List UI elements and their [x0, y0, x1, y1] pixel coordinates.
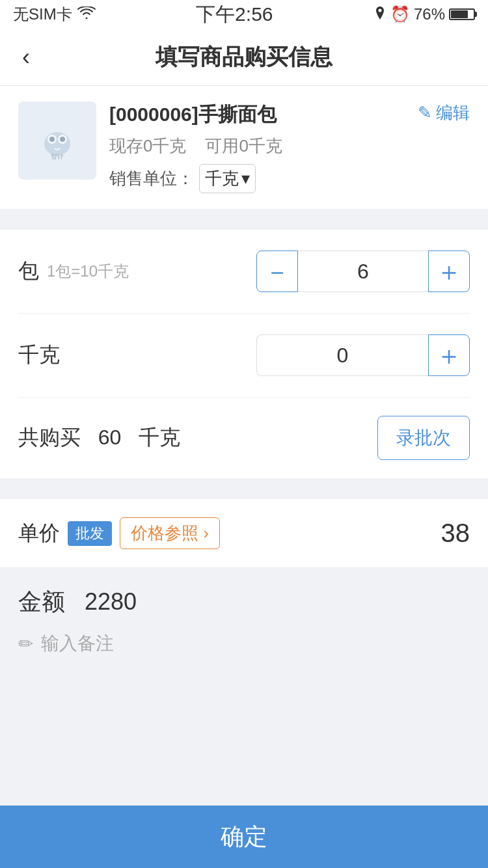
page-content: 智计 [0000006]手撕面包 现存0千克 可用0千克 销售单位： 千克 ▾ … [0, 86, 488, 761]
price-reference-button[interactable]: 价格参照 › [120, 517, 220, 549]
pencil-icon: ✏ [18, 633, 33, 655]
remark-row[interactable]: ✏ 输入备注 [18, 631, 470, 656]
svg-point-0 [44, 132, 70, 156]
nav-bar: ‹ 填写商品购买信息 [0, 29, 488, 86]
product-name: [0000006]手撕面包 [109, 102, 470, 128]
edit-button[interactable]: ✎ 编辑 [418, 102, 470, 124]
svg-point-4 [60, 137, 65, 142]
product-thumbnail: 智计 [18, 102, 96, 180]
back-button[interactable]: ‹ [16, 37, 36, 77]
section-separator-1 [0, 219, 488, 230]
kg-quantity-row: 千克 ＋ [18, 314, 470, 398]
product-card: 智计 [0000006]手撕面包 现存0千克 可用0千克 销售单位： 千克 ▾ … [0, 86, 488, 209]
bag-hint: 1包=10千克 [47, 261, 129, 282]
bag-quantity-input[interactable] [298, 251, 428, 292]
total-label: 共购买 60 千克 [18, 424, 180, 452]
product-stock: 现存0千克 可用0千克 [109, 135, 470, 157]
svg-point-3 [49, 137, 55, 142]
price-value: 38 [441, 519, 470, 548]
kg-label: 千克 [18, 341, 60, 370]
battery-percentage: 76% [414, 5, 445, 23]
total-section: 共购买 60 千克 录批次 [0, 398, 488, 478]
amount-row: 金额 2280 [18, 586, 470, 618]
bag-minus-button[interactable]: － [256, 251, 298, 292]
product-unit: 销售单位： 千克 ▾ [109, 164, 470, 193]
price-label: 单价 批发 价格参照 › [18, 517, 220, 549]
product-info: [0000006]手撕面包 现存0千克 可用0千克 销售单位： 千克 ▾ [109, 102, 470, 193]
price-section: 单价 批发 价格参照 › 38 [0, 499, 488, 568]
kg-quantity-input[interactable] [256, 334, 428, 376]
carrier-label: 无SIM卡 [13, 4, 72, 25]
section-separator-2 [0, 489, 488, 499]
bag-quantity-row: 包 1包=10千克 － ＋ [18, 230, 470, 314]
amount-value: 2280 [85, 588, 137, 615]
confirm-button[interactable]: 确定 [0, 806, 488, 868]
wifi-icon [77, 5, 96, 23]
price-tag: 批发 [68, 521, 112, 546]
alarm-icon: ⏰ [390, 5, 410, 23]
unit-select[interactable]: 千克 ▾ [199, 164, 256, 193]
status-bar-left: 无SIM卡 [13, 4, 96, 25]
kg-quantity-control: ＋ [256, 334, 470, 376]
status-bar-time: 下午2:56 [196, 1, 273, 28]
status-bar-right: ⏰ 76% [373, 5, 475, 23]
battery-icon [449, 8, 475, 20]
total-amount: 60 [98, 426, 122, 449]
kg-plus-button[interactable]: ＋ [428, 334, 470, 376]
bag-plus-button[interactable]: ＋ [428, 251, 470, 292]
location-icon [373, 5, 386, 23]
svg-text:智计: 智计 [51, 153, 64, 160]
remark-placeholder: 输入备注 [41, 631, 114, 656]
bag-quantity-control: － ＋ [256, 251, 470, 292]
bag-label: 包 1包=10千克 [18, 257, 129, 286]
amount-section: 金额 2280 ✏ 输入备注 [0, 568, 488, 698]
batch-button[interactable]: 录批次 [377, 416, 470, 460]
page-title: 填写商品购买信息 [156, 42, 332, 72]
status-bar: 无SIM卡 下午2:56 ⏰ 76% [0, 0, 488, 29]
quantity-section: 包 1包=10千克 － ＋ 千克 ＋ [0, 230, 488, 398]
